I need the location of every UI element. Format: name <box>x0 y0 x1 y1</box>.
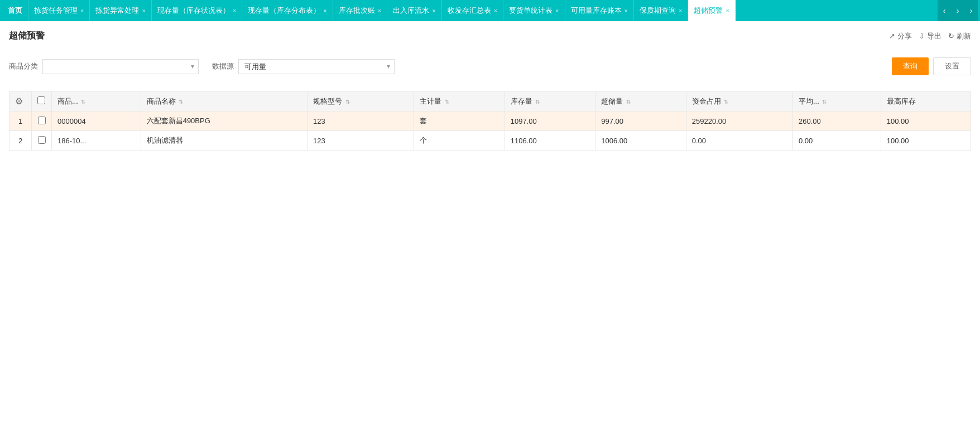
sort-icon-avg: ⇅ <box>822 99 827 105</box>
sort-icon-code: ⇅ <box>81 99 85 105</box>
row-spec-0: 123 <box>308 112 414 131</box>
row-number-1: 2 <box>9 131 32 151</box>
row-stock-0: 1097.00 <box>505 112 595 131</box>
sort-icon-stock: ⇅ <box>535 99 540 105</box>
datasource-select-wrapper: 可用量 库存量 <box>238 59 395 74</box>
nav-tab-flow[interactable]: 出入库流水 × <box>387 0 441 21</box>
nav-prev-button[interactable]: ‹ <box>938 0 951 21</box>
nav-more-button[interactable]: › <box>964 0 978 21</box>
table-row: 1 0000004 六配套新昌490BPG 123 套 1097.00 997.… <box>9 112 971 131</box>
page-title: 超储预警 <box>9 30 45 42</box>
row-select-1[interactable] <box>38 136 46 144</box>
header-overstock[interactable]: 超储量 ⇅ <box>595 91 686 112</box>
row-capital-0: 259220.00 <box>686 112 792 131</box>
query-button[interactable]: 查询 <box>892 57 929 75</box>
nav-tab-overstock[interactable]: 超储预警 × <box>688 0 735 21</box>
category-filter-group: 商品分类 <box>9 59 199 74</box>
header-settings[interactable]: ⚙ <box>9 91 32 112</box>
nav-tab-task[interactable]: 拣货任务管理 × <box>28 0 90 21</box>
sort-icon-overstock: ⇅ <box>626 99 631 105</box>
sort-icon-name: ⇅ <box>179 99 183 105</box>
row-overstock-0: 997.00 <box>595 112 686 131</box>
nav-tab-home[interactable]: 首页 <box>2 0 28 21</box>
header-max[interactable]: 最高库存 <box>881 91 971 112</box>
category-label: 商品分类 <box>9 61 38 71</box>
page-header: 超储预警 ↗ 分享 ⇩ 导出 ↻ 刷新 <box>9 30 971 42</box>
header-spec[interactable]: 规格型号 ⇅ <box>308 91 414 112</box>
export-icon: ⇩ <box>919 32 925 40</box>
refresh-icon: ↻ <box>948 32 954 40</box>
datasource-label: 数据源 <box>212 61 234 71</box>
close-tab-expiry[interactable]: × <box>679 7 682 14</box>
close-tab-abnormal[interactable]: × <box>142 7 145 14</box>
row-name-1: 机油滤清器 <box>141 131 307 151</box>
category-select-wrapper <box>42 59 199 74</box>
close-tab-summary[interactable]: × <box>494 7 497 14</box>
row-avg-1: 0.00 <box>793 131 881 151</box>
row-code-1: 186-10... <box>52 131 141 151</box>
datasource-select[interactable]: 可用量 库存量 <box>238 59 395 74</box>
row-code-0: 0000004 <box>52 112 141 131</box>
row-spec-1: 123 <box>308 131 414 151</box>
export-button[interactable]: ⇩ 导出 <box>919 31 941 41</box>
close-tab-order-stat[interactable]: × <box>555 7 559 14</box>
row-stock-1: 1106.00 <box>505 131 595 151</box>
row-max-0: 100.00 <box>881 112 971 131</box>
close-tab-flow[interactable]: × <box>432 7 435 14</box>
header-name[interactable]: 商品名称 ⇅ <box>141 91 307 112</box>
header-capital[interactable]: 资金占用 ⇅ <box>686 91 792 112</box>
row-checkbox-0[interactable] <box>32 112 52 131</box>
nav-arrows: ‹ › › <box>938 0 978 21</box>
close-tab-stock-status[interactable]: × <box>233 7 236 14</box>
settings-button[interactable]: 设置 <box>933 57 971 75</box>
share-button[interactable]: ↗ 分享 <box>889 31 912 41</box>
sort-icon-capital: ⇅ <box>724 99 728 105</box>
nav-tab-order-stat[interactable]: 要货单统计表 × <box>503 0 565 21</box>
gear-icon[interactable]: ⚙ <box>15 96 23 106</box>
nav-tab-expiry[interactable]: 保质期查询 × <box>634 0 688 21</box>
sort-icon-spec: ⇅ <box>345 99 350 105</box>
close-tab-stock-dist[interactable]: × <box>323 7 326 14</box>
nav-tab-abnormal[interactable]: 拣货异常处理 × <box>90 0 151 21</box>
close-tab-batch[interactable]: × <box>378 7 381 14</box>
row-overstock-1: 1006.00 <box>595 131 686 151</box>
row-unit-0: 套 <box>414 112 505 131</box>
datasource-filter-group: 数据源 可用量 库存量 <box>212 59 395 74</box>
header-unit[interactable]: 主计量 ⇅ <box>414 91 505 112</box>
row-select-0[interactable] <box>38 117 46 124</box>
close-tab-available[interactable]: × <box>624 7 628 14</box>
close-tab-overstock[interactable]: × <box>726 7 729 14</box>
nav-tab-stock-status[interactable]: 现存量（库存状况表） × <box>152 0 242 21</box>
row-avg-0: 260.00 <box>793 112 881 131</box>
nav-tab-available[interactable]: 可用量库存账本 × <box>565 0 634 21</box>
header-code[interactable]: 商品... ⇅ <box>52 91 141 112</box>
row-max-1: 100.00 <box>881 131 971 151</box>
header-checkbox[interactable] <box>32 91 52 112</box>
filter-area: 商品分类 数据源 可用量 库存量 查询 设置 <box>9 51 971 82</box>
refresh-button[interactable]: ↻ 刷新 <box>948 31 971 41</box>
nav-next-button[interactable]: › <box>951 0 964 21</box>
header-stock[interactable]: 库存量 ⇅ <box>505 91 595 112</box>
nav-tab-stock-dist[interactable]: 现存量（库存分布表） × <box>242 0 333 21</box>
nav-tab-summary[interactable]: 收发存汇总表 × <box>442 0 503 21</box>
top-navigation: 首页 拣货任务管理 × 拣货异常处理 × 现存量（库存状况表） × 现存量（库存… <box>0 0 980 21</box>
close-tab-task[interactable]: × <box>80 7 84 14</box>
row-checkbox-1[interactable] <box>32 131 52 151</box>
header-avg[interactable]: 平均... ⇅ <box>793 91 881 112</box>
main-content: 超储预警 ↗ 分享 ⇩ 导出 ↻ 刷新 商品分类 <box>0 21 980 446</box>
row-name-0: 六配套新昌490BPG <box>141 112 307 131</box>
select-all-checkbox[interactable] <box>37 96 45 104</box>
table-header-row: ⚙ 商品... ⇅ 商品名称 ⇅ 规格型号 ⇅ 主计量 <box>9 91 971 112</box>
share-icon: ↗ <box>889 32 895 40</box>
table-row: 2 186-10... 机油滤清器 123 个 1106.00 1006.00 … <box>9 131 971 151</box>
data-table: ⚙ 商品... ⇅ 商品名称 ⇅ 规格型号 ⇅ 主计量 <box>9 91 971 151</box>
row-number-0: 1 <box>9 112 32 131</box>
nav-tab-batch[interactable]: 库存批次账 × <box>333 0 387 21</box>
category-select[interactable] <box>42 59 199 74</box>
header-actions: ↗ 分享 ⇩ 导出 ↻ 刷新 <box>889 31 971 41</box>
filter-actions: 查询 设置 <box>892 57 971 75</box>
sort-icon-unit: ⇅ <box>445 99 449 105</box>
row-capital-1: 0.00 <box>686 131 792 151</box>
row-unit-1: 个 <box>414 131 505 151</box>
